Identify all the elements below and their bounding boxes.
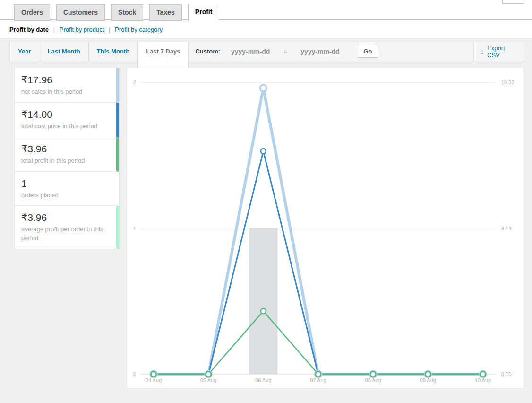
stat-value: ₹3.96 <box>21 143 110 155</box>
screen-options-tab-partial[interactable] <box>502 0 524 4</box>
export-csv-button[interactable]: ↓ Export CSV <box>473 42 524 61</box>
stat-total-cost: ₹14.00 total cost price in this period <box>15 103 119 137</box>
x-axis-label: 06 Aug <box>255 377 271 383</box>
tab-orders[interactable]: Orders <box>14 4 50 21</box>
x-axis-label: 10 Aug <box>475 377 491 383</box>
custom-range-label: Custom: <box>195 48 220 55</box>
x-axis-label: 07 Aug <box>310 377 326 383</box>
report-content: ₹17.96 net sales in this period ₹14.00 t… <box>14 68 524 389</box>
range-year[interactable]: Year <box>9 42 39 61</box>
right-axis-tick: 0.00 <box>501 371 511 377</box>
x-axis-label: 05 Aug <box>200 377 216 383</box>
data-point-0[interactable] <box>260 85 266 91</box>
download-arrow-icon: ↓ <box>481 48 484 55</box>
profit-chart-card: 00.0019.16218.3204 Aug05 Aug06 Aug07 Aug… <box>127 68 524 389</box>
stat-label: total profit in this period <box>21 157 110 166</box>
left-axis-tick: 0 <box>133 371 136 377</box>
start-date-input[interactable] <box>220 48 281 55</box>
stat-value: ₹17.96 <box>21 74 110 86</box>
series-line-1 <box>154 151 483 374</box>
summary-stats-sidebar: ₹17.96 net sales in this period ₹14.00 t… <box>14 68 120 249</box>
stat-net-sales: ₹17.96 net sales in this period <box>15 68 119 103</box>
x-axis-label: 08 Aug <box>365 377 381 383</box>
subnav-separator: | <box>53 26 55 33</box>
stat-label: average profit per order in this period <box>21 225 110 243</box>
series-line-0 <box>154 88 483 374</box>
range-last-7-days[interactable]: Last 7 Days <box>138 42 189 61</box>
x-axis-label: 09 Aug <box>420 377 436 383</box>
data-point-2[interactable] <box>206 372 211 377</box>
orders-bar[interactable] <box>249 228 277 375</box>
go-button[interactable]: Go <box>357 45 378 58</box>
end-date-input[interactable] <box>290 48 350 55</box>
range-this-month[interactable]: This Month <box>89 42 138 61</box>
range-last-month[interactable]: Last Month <box>39 42 88 61</box>
subnav-profit-by-product[interactable]: Profit by product <box>60 26 104 33</box>
data-point-2[interactable] <box>151 372 156 377</box>
right-axis-tick: 18.32 <box>501 79 515 85</box>
tab-stock[interactable]: Stock <box>111 4 143 21</box>
data-point-2[interactable] <box>316 372 321 377</box>
export-csv-label: Export CSV <box>487 44 518 59</box>
stat-orders-placed: 1 orders placed <box>15 172 119 206</box>
tab-taxes[interactable]: Taxes <box>149 4 182 21</box>
stat-label: total cost price in this period <box>21 122 110 131</box>
custom-range-area: Custom: – Go <box>189 42 473 61</box>
stat-total-profit: ₹3.96 total profit in this period <box>15 137 119 172</box>
page-header: OrdersCustomersStockTaxesProfit Profit b… <box>0 0 532 39</box>
stat-value: ₹14.00 <box>21 109 110 120</box>
data-point-2[interactable] <box>425 372 430 377</box>
subnav-profit-by-date[interactable]: Profit by date <box>9 26 49 33</box>
subnav-profit-by-category[interactable]: Profit by category <box>115 26 163 33</box>
x-axis-label: 04 Aug <box>146 377 162 383</box>
report-subnav: Profit by date | Profit by product | Pro… <box>0 20 532 33</box>
left-axis-tick: 2 <box>133 79 136 85</box>
subnav-separator: | <box>109 26 110 33</box>
stat-label: orders placed <box>21 191 110 200</box>
tab-customers[interactable]: Customers <box>56 4 105 21</box>
data-point-2[interactable] <box>261 308 266 314</box>
data-point-2[interactable] <box>481 372 486 377</box>
left-axis-tick: 1 <box>133 226 136 231</box>
data-point-1[interactable] <box>261 149 266 154</box>
stat-value: ₹3.96 <box>21 212 110 223</box>
tab-profit[interactable]: Profit <box>188 4 220 21</box>
date-range-filter-bar: Year Last Month This Month Last 7 Days C… <box>9 42 524 61</box>
series-line-2 <box>154 311 483 374</box>
profit-by-date-chart: 00.0019.16218.3204 Aug05 Aug06 Aug07 Aug… <box>127 68 524 388</box>
right-axis-tick: 9.16 <box>501 226 511 231</box>
date-range-dash: – <box>283 48 287 55</box>
stat-label: net sales in this period <box>21 88 110 96</box>
stat-average-profit: ₹3.96 average profit per order in this p… <box>15 206 119 249</box>
report-tabs: OrdersCustomersStockTaxesProfit <box>0 0 532 20</box>
stat-value: 1 <box>21 178 110 189</box>
data-point-2[interactable] <box>370 372 376 377</box>
